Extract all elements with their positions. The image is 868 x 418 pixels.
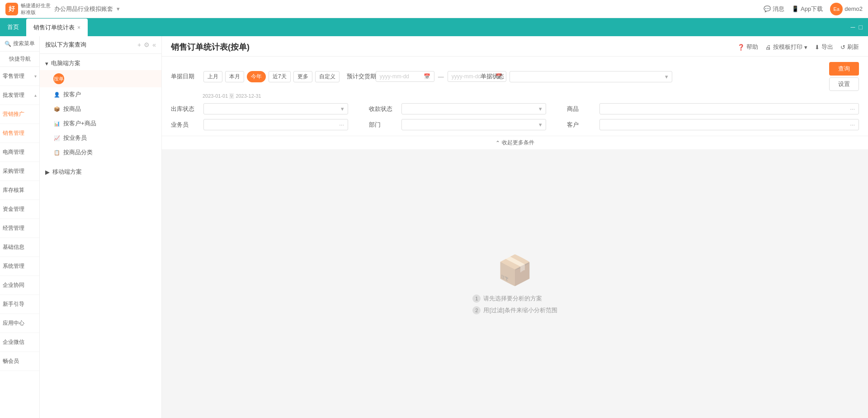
date-btn-7days[interactable]: 近7天 — [269, 71, 291, 82]
setting-btn[interactable]: 设置 — [829, 77, 859, 91]
date-label: 单据日期 — [171, 72, 196, 81]
expected-date-start[interactable]: yyyy-mm-dd 📅 — [376, 71, 434, 82]
date-btn-this-year[interactable]: 今年 — [247, 71, 266, 82]
goods-icon: 📦 — [53, 105, 61, 113]
top-bar: 好 畅捷通好生意 标准版 办公用品行业模拟账套 ▾ 💬 消息 📱 App下载 E… — [0, 0, 868, 18]
status-select[interactable]: ▾ — [509, 71, 672, 82]
shipment-label: 出库状态 — [171, 105, 196, 113]
desktop-scheme-group: ▾ 电脑端方案 按单 👤 按客户 📦 按商品 📊 按客 — [40, 54, 161, 162]
customer-select[interactable]: ··· — [599, 119, 859, 130]
avatar: Ea — [830, 3, 843, 15]
payment-select-arrow: ▾ — [539, 105, 542, 112]
goods-select[interactable]: ··· — [599, 103, 859, 114]
dropdown-icon[interactable]: ▾ — [117, 5, 120, 12]
sidebar-item-inventory[interactable]: 库存核算 — [0, 181, 39, 200]
tab-home[interactable]: 首页 — [0, 18, 26, 36]
date-btn-more[interactable]: 更多 — [293, 71, 312, 82]
sidebar-item-wholesale[interactable]: 批发管理 ▴ — [0, 86, 39, 105]
calendar-icon-1[interactable]: 📅 — [424, 73, 430, 80]
sidebar: 🔍 搜索菜单 快捷导航 零售管理 ▾ 批发管理 ▴ 营销推广 销售管理 电商管理… — [0, 36, 40, 418]
sidebar-search[interactable]: 🔍 搜索菜单 — [0, 36, 39, 52]
tab-maximize-icon[interactable]: □ — [859, 24, 863, 31]
collapse-row[interactable]: ⌃ 收起更多条件 — [162, 136, 868, 149]
sidebar-item-wechat[interactable]: 企业微信 — [0, 333, 39, 352]
tab-sales-order[interactable]: 销售订单统计表 × — [26, 19, 88, 37]
date-btn-this-month[interactable]: 本月 — [225, 71, 244, 82]
content-area: 按以下方案查询 + ⚙ « ▾ 电脑端方案 按单 👤 — [40, 36, 868, 418]
active-dot: 按单 — [53, 73, 64, 84]
print-dropdown-icon[interactable]: ▾ — [804, 44, 807, 51]
customer-more-icon[interactable]: ··· — [850, 121, 855, 128]
logo-text: 畅捷通好生意 标准版 — [21, 2, 51, 15]
tab-minimize-icon[interactable]: ─ — [851, 24, 855, 31]
sidebar-item-system[interactable]: 系统管理 — [0, 257, 39, 276]
help-icon: ❓ — [737, 44, 745, 51]
top-bar-title: 办公用品行业模拟账套 — [54, 5, 113, 13]
tip-num-1: 1 — [472, 294, 481, 303]
export-icon: ⬇ — [815, 44, 820, 51]
collapse-icon: ⌃ — [495, 140, 500, 146]
date-separator: — — [438, 73, 444, 80]
shipment-select[interactable]: ▾ — [203, 103, 348, 114]
customer-label: 客户 — [567, 121, 592, 129]
mobile-group-title[interactable]: ▶ 移动端方案 — [40, 165, 161, 179]
export-btn[interactable]: ⬇ 导出 — [815, 43, 833, 51]
search-btn[interactable]: 查询 — [829, 62, 859, 76]
filter-section: 单据日期 上月 本月 今年 近7天 更多 自定义 — [162, 57, 868, 149]
status-label: 单据状态 — [481, 72, 506, 81]
app-icon: 📱 — [792, 5, 799, 12]
search-icon: 🔍 — [5, 41, 11, 47]
goods-more-icon[interactable]: ··· — [850, 105, 855, 112]
help-btn[interactable]: ❓ 帮助 — [737, 43, 758, 51]
sidebar-item-finance[interactable]: 资金管理 — [0, 200, 39, 219]
settings-scheme-icon[interactable]: ⚙ — [144, 41, 150, 48]
payment-select[interactable]: ▾ — [401, 103, 546, 114]
sidebar-item-retail[interactable]: 零售管理 ▾ — [0, 67, 39, 86]
tab-bar-actions: ─ □ — [851, 24, 868, 31]
sidebar-quick-nav[interactable]: 快捷导航 — [0, 52, 39, 67]
sidebar-item-appcenter[interactable]: 应用中心 — [0, 314, 39, 333]
salesman-select[interactable]: ··· — [203, 119, 348, 130]
dept-select[interactable]: ▾ — [401, 119, 546, 130]
mobile-scheme-group: ▶ 移动端方案 — [40, 162, 161, 181]
add-scheme-icon[interactable]: + — [137, 41, 141, 48]
right-main: 销售订单统计表(按单) ❓ 帮助 🖨 按模板打印 ▾ ⬇ 导出 — [162, 36, 868, 418]
sidebar-item-purchase[interactable]: 采购管理 — [0, 162, 39, 181]
page-title: 销售订单统计表(按单) — [171, 42, 250, 52]
sidebar-item-sales[interactable]: 销售管理 — [0, 124, 39, 143]
message-btn[interactable]: 💬 消息 — [764, 5, 784, 13]
scheme-item-by-category[interactable]: 📋 按商品分类 — [40, 145, 161, 160]
user-area[interactable]: Ea demo2 — [830, 3, 863, 15]
date-btn-custom[interactable]: 自定义 — [315, 71, 340, 82]
scheme-item-by-goods[interactable]: 📦 按商品 — [40, 102, 161, 116]
sidebar-item-marketing[interactable]: 营销推广 — [0, 105, 39, 124]
refresh-btn[interactable]: ↺ 刷新 — [840, 43, 859, 51]
left-panel: 按以下方案查询 + ⚙ « ▾ 电脑端方案 按单 👤 — [40, 36, 162, 418]
print-btn[interactable]: 🖨 按模板打印 ▾ — [765, 43, 807, 51]
date-btn-last-month[interactable]: 上月 — [203, 71, 222, 82]
scheme-item-by-salesman[interactable]: 📈 按业务员 — [40, 131, 161, 145]
chevron-up-icon: ▴ — [34, 93, 37, 98]
expected-date-label: 预计交货期 — [347, 72, 372, 81]
sidebar-item-guide[interactable]: 新手引导 — [0, 295, 39, 314]
sidebar-item-basic[interactable]: 基础信息 — [0, 238, 39, 257]
salesman-more-icon[interactable]: ··· — [339, 121, 344, 128]
date-placeholder-2: yyyy-mm-dd — [452, 73, 481, 80]
print-icon: 🖨 — [765, 44, 771, 51]
collapse-panel-icon[interactable]: « — [152, 41, 156, 48]
chevron-down-icon: ▾ — [45, 60, 48, 67]
sidebar-item-operation[interactable]: 经营管理 — [0, 219, 39, 238]
tab-close-icon[interactable]: × — [77, 24, 80, 31]
desktop-group-title[interactable]: ▾ 电脑端方案 — [40, 57, 161, 70]
scheme-item-by-customer[interactable]: 👤 按客户 — [40, 87, 161, 102]
status-filter-group: 单据状态 ▾ — [481, 71, 634, 82]
scheme-item-by-order[interactable]: 按单 — [40, 70, 161, 87]
dept-select-arrow: ▾ — [539, 121, 542, 128]
left-panel-header: 按以下方案查询 + ⚙ « — [40, 36, 161, 54]
app-download-btn[interactable]: 📱 App下载 — [792, 5, 823, 13]
date-btn-group: 上月 本月 今年 近7天 更多 自定义 — [203, 71, 340, 82]
scheme-item-by-customer-goods[interactable]: 📊 按客户+商品 — [40, 116, 161, 131]
sidebar-item-cooperation[interactable]: 企业协同 — [0, 276, 39, 295]
sidebar-item-ecommerce[interactable]: 电商管理 — [0, 143, 39, 162]
sidebar-item-vip[interactable]: 畅会员 — [0, 352, 39, 371]
